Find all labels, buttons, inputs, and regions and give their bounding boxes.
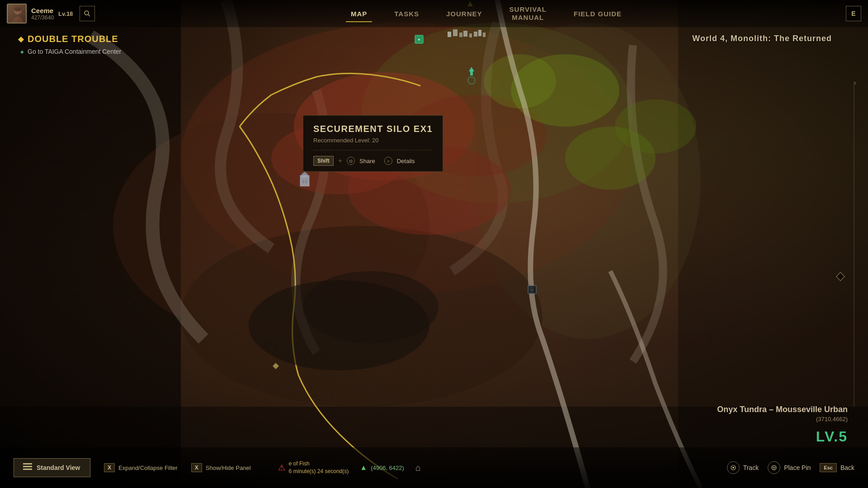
player-name: Ceeme (31, 7, 54, 14)
svg-rect-19 (459, 33, 462, 37)
popup-actions-bar: Shift + ⊙ Share ○ Details (313, 150, 433, 171)
quest-panel: ◆ DOUBLE TROUBLE ◆ Go to TAIGA Containme… (18, 34, 121, 55)
player-level: Lv.18 (58, 10, 73, 17)
expand-filter-action: X Expand/Collapse Filter (104, 463, 178, 472)
objective-diamond-icon: ◆ (20, 49, 24, 54)
svg-text:+: + (418, 38, 420, 42)
svg-rect-24 (483, 33, 486, 37)
esc-key: Esc (820, 463, 837, 472)
popup-recommended-level: Recommended Level: 20 (313, 137, 433, 144)
svg-point-41 (85, 11, 89, 15)
svg-rect-20 (463, 31, 467, 37)
svg-rect-47 (305, 180, 307, 183)
back-label: Back (840, 464, 854, 471)
back-button[interactable]: Esc Back (820, 463, 854, 472)
shift-key: Shift (313, 156, 334, 166)
details-icon: ○ (384, 157, 392, 165)
svg-text:⌐: ⌐ (531, 288, 533, 292)
tab-map[interactable]: MAP (337, 6, 381, 21)
player-health: 427/3640 (31, 14, 54, 21)
timer-icon: ⚠ (278, 463, 285, 473)
track-button[interactable]: Track (727, 461, 759, 474)
svg-point-39 (16, 10, 17, 12)
svg-rect-38 (14, 7, 21, 11)
svg-rect-50 (23, 466, 32, 467)
hide-label: Show/Hide Panel (206, 465, 251, 471)
zoom-bar (854, 81, 854, 407)
coordinates-text: (4906, 6422) (371, 465, 404, 471)
player-avatar (7, 4, 27, 23)
plus-separator: + (338, 157, 342, 165)
standard-view-button[interactable]: Standard View (14, 458, 90, 477)
quest-objective: ◆ Go to TAIGA Containment Center (18, 48, 121, 55)
tab-tasks[interactable]: TASKS (381, 6, 433, 21)
quest-diamond-icon: ◆ (18, 35, 24, 43)
location-coordinates: (3710,4662) (717, 416, 848, 422)
tab-field-guide[interactable]: FIELD GUIDE (560, 6, 635, 21)
location-pin-icon: ▲ (360, 464, 367, 472)
bottom-center-info: ⚠ e of Fish6 minute(s) 24 second(s) ▲ (4… (269, 460, 430, 475)
bottom-bar: Standard View X Expand/Collapse Filter X… (0, 447, 868, 488)
area-level: LV.5 (816, 428, 848, 445)
svg-rect-23 (478, 30, 481, 36)
bottom-right-actions: Track Place Pin Esc Back (713, 461, 868, 474)
show-hide-panel-action: X Show/Hide Panel (191, 463, 251, 472)
svg-rect-18 (453, 29, 458, 36)
standard-view-label: Standard View (37, 464, 80, 471)
layers-icon (23, 463, 32, 472)
svg-point-53 (732, 467, 734, 469)
quest-title: ◆ DOUBLE TROUBLE (18, 34, 121, 44)
svg-rect-21 (469, 33, 472, 38)
expand-key: X (104, 463, 115, 472)
place-pin-key-icon (768, 461, 780, 474)
player-name-level-container: Ceeme 427/3640 (31, 7, 54, 21)
silo-map-icon (298, 172, 311, 191)
place-pin-label: Place Pin (784, 464, 811, 471)
e-key-button[interactable]: E (846, 6, 861, 21)
zoom-arrow-icon[interactable]: ‹ (854, 79, 856, 86)
search-button[interactable] (80, 6, 95, 21)
navigation-tabs: MAP TASKS JOURNEY SURVIVALMANUAL FIELD G… (127, 2, 846, 25)
svg-point-16 (615, 99, 696, 154)
svg-rect-17 (448, 32, 451, 37)
track-key-icon (727, 461, 740, 474)
popup-location-title: SECUREMENT SILO EX1 (313, 124, 433, 134)
expand-label: Expand/Collapse Filter (118, 465, 178, 471)
share-icon: ⊙ (347, 157, 355, 165)
tab-survival-manual[interactable]: SURVIVALMANUAL (496, 2, 560, 25)
svg-point-29 (303, 271, 439, 343)
player-info-panel: Ceeme 427/3640 Lv.18 (0, 4, 127, 23)
location-popup: SECUREMENT SILO EX1 Recommended Level: 2… (303, 115, 443, 172)
share-button[interactable]: Share (359, 158, 375, 164)
svg-rect-45 (303, 172, 306, 174)
svg-rect-46 (302, 180, 304, 183)
timer-text: e of Fish6 minute(s) 24 second(s) (289, 460, 349, 475)
details-button[interactable]: Details (397, 158, 415, 164)
svg-rect-49 (23, 463, 32, 465)
home-button[interactable]: ⌂ (415, 463, 421, 473)
location-name-panel: Onyx Tundra – Mousseville Urban (3710,46… (717, 405, 848, 422)
coordinates-info: ▲ (4906, 6422) (360, 464, 404, 472)
level-display: LV.5 (816, 428, 848, 445)
hide-key: X (191, 463, 202, 472)
tab-journey[interactable]: JOURNEY (433, 6, 496, 21)
svg-rect-22 (474, 32, 477, 37)
track-label: Track (743, 464, 759, 471)
top-navigation-bar: Ceeme 427/3640 Lv.18 MAP TASKS JOURNEY S… (0, 0, 868, 27)
place-pin-button[interactable]: Place Pin (768, 461, 811, 474)
bottom-left-controls: Standard View X Expand/Collapse Filter X… (0, 458, 264, 477)
world-name: World 4, Monolith: The Returned (692, 34, 832, 43)
timer-info: ⚠ e of Fish6 minute(s) 24 second(s) (278, 460, 349, 475)
svg-line-42 (88, 14, 90, 16)
svg-rect-36 (8, 5, 27, 23)
svg-point-40 (19, 10, 20, 12)
svg-rect-51 (23, 469, 32, 470)
svg-point-37 (14, 7, 21, 14)
location-main-name: Onyx Tundra – Mousseville Urban (717, 405, 848, 414)
